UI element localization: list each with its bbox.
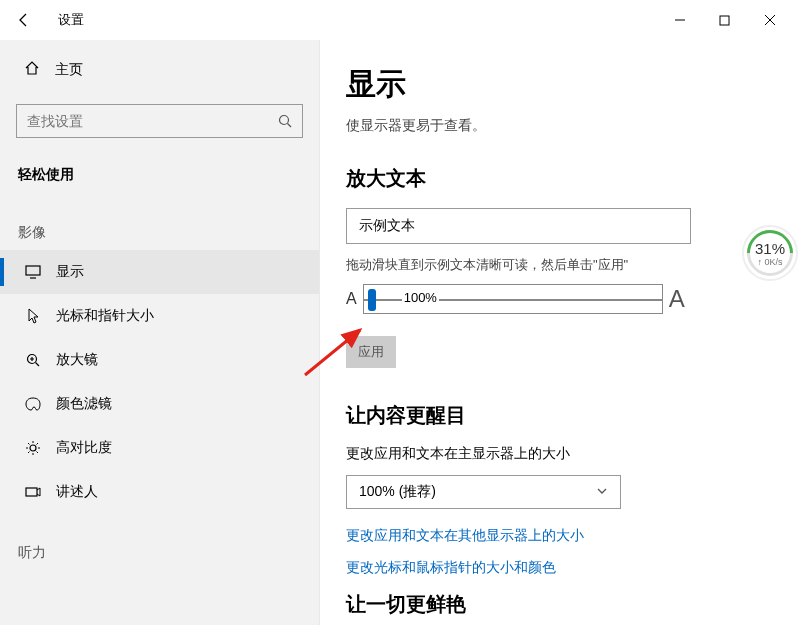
- svg-rect-0: [720, 16, 729, 25]
- scale-select-value: 100% (推荐): [359, 483, 436, 501]
- svg-rect-2: [26, 266, 40, 275]
- svg-point-1: [280, 116, 289, 125]
- close-button[interactable]: [747, 4, 792, 36]
- svg-rect-5: [26, 488, 37, 496]
- performance-widget[interactable]: 31% ↑ 0K/s: [742, 225, 798, 281]
- narrator-icon: [24, 483, 42, 501]
- nav-label: 光标和指针大小: [56, 307, 154, 325]
- make-bigger-heading: 让内容更醒目: [346, 402, 800, 429]
- widget-speed: ↑ 0K/s: [757, 257, 782, 267]
- search-input[interactable]: [27, 113, 278, 129]
- slider-hint: 拖动滑块直到示例文本清晰可读，然后单击"应用": [346, 256, 800, 274]
- home-label: 主页: [55, 61, 83, 79]
- scale-description: 更改应用和文本在主显示器上的大小: [346, 445, 800, 463]
- palette-icon: [24, 395, 42, 413]
- nav-item-magnifier[interactable]: 放大镜: [0, 338, 319, 382]
- minimize-button[interactable]: [657, 4, 702, 36]
- apply-button[interactable]: 应用: [346, 336, 396, 368]
- cursor-icon: [24, 307, 42, 325]
- home-icon: [24, 60, 40, 80]
- nav-item-color-filter[interactable]: 颜色滤镜: [0, 382, 319, 426]
- nav-label: 高对比度: [56, 439, 112, 457]
- widget-percent: 31%: [755, 240, 785, 257]
- slider-thumb[interactable]: [368, 289, 376, 311]
- nav-label: 放大镜: [56, 351, 98, 369]
- nav-item-contrast[interactable]: 高对比度: [0, 426, 319, 470]
- svg-point-4: [30, 445, 36, 451]
- text-size-slider[interactable]: 100%: [363, 284, 663, 314]
- back-button[interactable]: [8, 4, 40, 36]
- category-title: 轻松使用: [0, 138, 319, 194]
- link-other-displays[interactable]: 更改应用和文本在其他显示器上的大小: [346, 527, 800, 545]
- page-title: 显示: [346, 64, 800, 105]
- app-title: 设置: [58, 11, 84, 29]
- nav-heading-hearing: 听力: [0, 514, 319, 570]
- nav-heading-visual: 影像: [0, 194, 319, 250]
- nav-item-display[interactable]: 显示: [0, 250, 319, 294]
- magnifier-icon: [24, 351, 42, 369]
- home-nav[interactable]: 主页: [0, 50, 319, 90]
- nav-label: 讲述人: [56, 483, 98, 501]
- nav-label: 显示: [56, 263, 84, 281]
- scale-select[interactable]: 100% (推荐): [346, 475, 621, 509]
- content-pane: 显示 使显示器更易于查看。 放大文本 示例文本 拖动滑块直到示例文本清晰可读，然…: [320, 40, 800, 625]
- sidebar: 主页 轻松使用 影像 显示 光标和指针大小 放大镜: [0, 40, 320, 625]
- vivid-heading: 让一切更鲜艳: [346, 591, 800, 618]
- maximize-button[interactable]: [702, 4, 747, 36]
- brightness-icon: [24, 439, 42, 457]
- sample-text: 示例文本: [359, 217, 415, 235]
- nav-item-cursor[interactable]: 光标和指针大小: [0, 294, 319, 338]
- slider-value: 100%: [402, 290, 439, 305]
- nav-label: 颜色滤镜: [56, 395, 112, 413]
- enlarge-text-heading: 放大文本: [346, 165, 800, 192]
- nav-item-narrator[interactable]: 讲述人: [0, 470, 319, 514]
- chevron-down-icon: [596, 484, 608, 500]
- monitor-icon: [24, 263, 42, 281]
- big-a-label: A: [669, 285, 685, 313]
- sample-text-box: 示例文本: [346, 208, 691, 244]
- search-input-wrapper[interactable]: [16, 104, 303, 138]
- link-cursor-settings[interactable]: 更改光标和鼠标指针的大小和颜色: [346, 559, 800, 577]
- page-subtitle: 使显示器更易于查看。: [346, 117, 800, 135]
- small-a-label: A: [346, 290, 357, 308]
- search-icon: [278, 114, 292, 128]
